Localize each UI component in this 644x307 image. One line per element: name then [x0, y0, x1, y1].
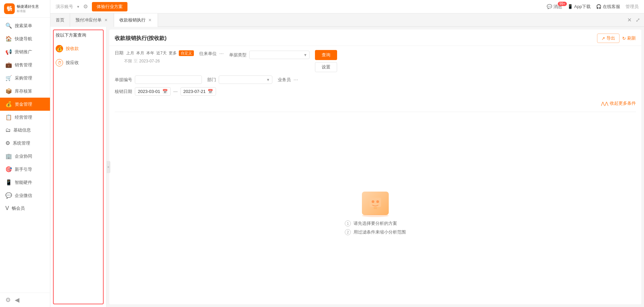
empty-illustration — [355, 182, 395, 215]
sidebar-item-采购管理[interactable]: 🛒采购管理 — [0, 71, 50, 85]
action-btns: 查询 设置 — [315, 50, 337, 72]
tab-collection-close[interactable]: ✕ — [148, 17, 152, 23]
bill-no-group: 单据编号 — [115, 75, 202, 84]
sidebar-item-系统管理[interactable]: ⚙系统管理 — [0, 137, 50, 150]
dept-group: 部门 ▾ — [207, 75, 272, 84]
empty-hint-1: 1 请先选择要分析的方案 — [345, 220, 406, 226]
tab-home[interactable]: 首页 — [50, 13, 70, 27]
collapse-more-btn[interactable]: ⋀⋀ 收起更多条件 — [601, 99, 636, 108]
verify-date-label: 核销日期 — [115, 89, 132, 95]
sidebar-item-企业微信[interactable]: 💬企业微信 — [0, 189, 50, 202]
date-last-month[interactable]: 上月 — [126, 50, 134, 56]
maximize-tab-icon[interactable]: ⤢ — [634, 15, 641, 24]
tab-bar: 首页 预付冲应付单 ✕ 收款核销执行 ✕ ✕ ⤢ — [50, 13, 644, 27]
sidebar-item-库存核算[interactable]: 📦库存核算 — [0, 85, 50, 98]
date-this-month[interactable]: 本月 — [136, 50, 144, 56]
tab-collection-label: 收款核销执行 — [119, 17, 146, 23]
calendar-start-icon[interactable]: 📅 — [162, 89, 168, 94]
collapse-sidebar-icon[interactable]: ◀ — [15, 296, 19, 304]
sidebar-item-快捷导航[interactable]: 🏠快捷导航 — [0, 32, 50, 45]
sidebar-item-畅会员[interactable]: V畅会员 — [0, 202, 50, 215]
export-label: 导出 — [606, 35, 615, 41]
hint-text-1: 请先选择要分析的方案 — [354, 220, 397, 226]
sidebar: 畅 畅捷通好生意 标准版 🔍搜索菜单🏠快捷导航📢营销推广💼销售管理🛒采购管理📦库… — [0, 0, 50, 307]
partner-dots-btn[interactable]: ··· — [219, 51, 224, 57]
dept-select[interactable]: ▾ — [219, 75, 272, 84]
date-filter-group: 日期 上月 本月 本年 近7天 更多 自定义 — [115, 50, 194, 56]
sidebar-item-销售管理[interactable]: 💼销售管理 — [0, 58, 50, 71]
top-header: 演示账号 ▾ ⚙ 体验行业方案 💬 消息 99+ 📱 App下载 🎧 在线客服 … — [50, 0, 644, 13]
bill-no-input[interactable] — [135, 75, 202, 84]
empty-shadow — [362, 214, 389, 217]
page-title: 收款核销执行(按收款) — [115, 35, 167, 42]
svg-point-1 — [372, 200, 374, 203]
verify-end-value: 2023-07-21 — [183, 89, 206, 94]
verify-end-input[interactable]: 2023-07-21 📅 — [180, 87, 216, 96]
industry-btn[interactable]: 体验行业方案 — [92, 2, 127, 11]
export-btn[interactable]: ↗ 导出 — [597, 34, 620, 43]
tab-prepay[interactable]: 预付冲应付单 ✕ — [70, 13, 114, 27]
date-7days[interactable]: 近7天 — [156, 50, 167, 56]
online-service-btn[interactable]: 🎧 在线客服 — [596, 4, 620, 10]
settings-btn[interactable]: 设置 — [315, 62, 337, 72]
filter-collapse-btn[interactable]: « — [106, 161, 110, 173]
hint-num-2: 2 — [345, 229, 351, 235]
svg-point-2 — [376, 200, 379, 203]
filter-panel-title: 按以下方案查询 — [50, 31, 106, 42]
verify-start-input[interactable]: 2023-03-01 📅 — [135, 87, 171, 96]
sidebar-item-资金管理[interactable]: 💰资金管理 — [0, 98, 50, 111]
bill-type-label: 单据类型 — [229, 52, 247, 58]
filter-by-collection[interactable]: 💰 按收款 — [50, 42, 106, 56]
tab-prepay-close[interactable]: ✕ — [104, 17, 108, 23]
collection-icon: 💰 — [56, 45, 63, 52]
logo-badge: 标准版 — [17, 9, 39, 13]
date-this-year[interactable]: 本年 — [146, 50, 154, 56]
service-label: 在线客服 — [603, 4, 620, 10]
sidebar-item-搜索菜单[interactable]: 🔍搜索菜单 — [0, 19, 50, 32]
refresh-label: 刷新 — [627, 35, 636, 41]
sidebar-item-经营管理[interactable]: 📋经营管理 — [0, 111, 50, 124]
empty-box — [362, 192, 389, 215]
logo-icon: 畅 — [4, 3, 15, 14]
close-tab-icon[interactable]: ✕ — [626, 15, 633, 24]
header-left: 演示账号 ▾ ⚙ 体验行业方案 — [56, 2, 127, 11]
tab-collection[interactable]: 收款核销执行 ✕ — [114, 13, 158, 27]
logo-text: 畅捷通好生意 — [17, 4, 39, 9]
dept-chevron: ▾ — [267, 77, 269, 82]
sidebar-item-智能硬件[interactable]: 📱智能硬件 — [0, 176, 50, 189]
refresh-btn[interactable]: ↻ 刷新 — [622, 35, 636, 41]
svg-rect-3 — [374, 207, 377, 209]
company-name: 演示账号 — [56, 4, 73, 10]
sidebar-item-营销推广[interactable]: 📢营销推广 — [0, 45, 50, 58]
filter-border — [53, 30, 104, 304]
content-area: 按以下方案查询 💰 按收款 ⏱ 按应收 « 收款核销执行(按收款) ↗ — [50, 27, 644, 307]
tab-home-label: 首页 — [56, 17, 64, 23]
empty-face-svg — [367, 195, 384, 212]
bill-type-select[interactable]: ▾ — [249, 51, 310, 59]
verify-date-group: 核销日期 2023-03-01 📅 — 2023-07-21 📅 — [115, 87, 216, 96]
app-download-btn[interactable]: 📱 App下载 — [568, 4, 591, 10]
sales-dots-btn[interactable]: ··· — [293, 77, 298, 83]
header-right: 💬 消息 99+ 📱 App下载 🎧 在线客服 管理员 — [547, 4, 639, 10]
filter-by-receivable[interactable]: ⏱ 按应收 — [50, 56, 106, 70]
msg-badge: 99+ — [558, 2, 567, 6]
sidebar-item-企业协同[interactable]: 🏢企业协同 — [0, 150, 50, 163]
filter-receivable-label: 按应收 — [66, 60, 79, 66]
query-btn[interactable]: 查询 — [315, 50, 337, 60]
tab-bar-actions: ✕ ⤢ — [626, 15, 644, 24]
app-logo: 畅 畅捷通好生意 标准版 — [0, 0, 50, 18]
sidebar-item-新手引导[interactable]: 🎯新手引导 — [0, 163, 50, 176]
main-area: 演示账号 ▾ ⚙ 体验行业方案 💬 消息 99+ 📱 App下载 🎧 在线客服 … — [50, 0, 644, 307]
calendar-end-icon[interactable]: 📅 — [208, 89, 213, 94]
custom-badge[interactable]: 自定义 — [179, 50, 194, 56]
company-dropdown-icon[interactable]: ▾ — [77, 4, 79, 9]
page-actions: ↗ 导出 ↻ 刷新 — [597, 34, 636, 43]
msg-btn[interactable]: 💬 消息 99+ — [547, 4, 562, 10]
partner-label: 往来单位 — [199, 51, 217, 57]
settings-footer-icon[interactable]: ⚙ — [5, 296, 11, 304]
hint-num-1: 1 — [345, 220, 351, 226]
sidebar-item-基础信息[interactable]: 🗂基础信息 — [0, 124, 50, 137]
svg-rect-0 — [370, 198, 381, 207]
date-more[interactable]: 更多 — [169, 50, 177, 56]
header-gear-icon[interactable]: ⚙ — [83, 3, 88, 10]
